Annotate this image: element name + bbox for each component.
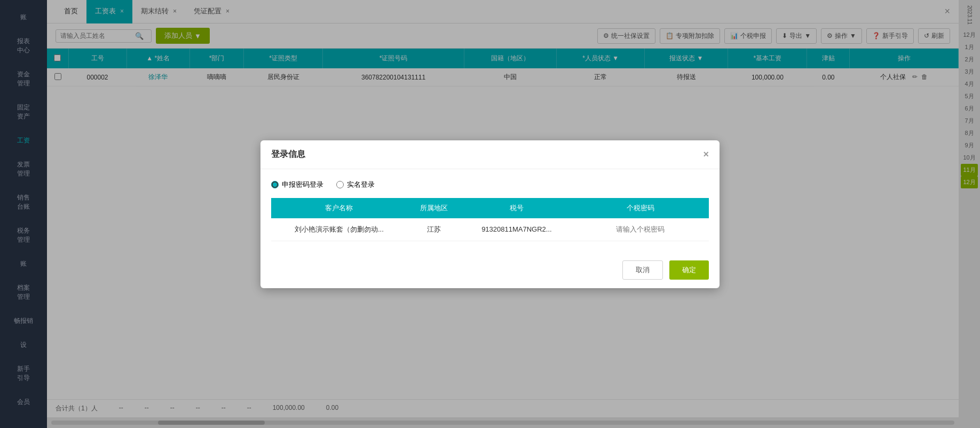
login-info-modal: 登录信息 × 申报密码登录 实名登录 客户名称 所属地区 [260,140,720,288]
modal-close-button[interactable]: × [703,149,709,160]
login-table-row: 刘小艳演示账套（勿删勿动... 江苏 91320811MA7NGR2... [271,218,709,241]
cancel-button[interactable]: 取消 [622,260,663,280]
modal-overlay: 登录信息 × 申报密码登录 实名登录 客户名称 所属地区 [0,0,980,428]
radio-realname-label: 实名登录 [347,180,375,189]
col-tax-password: 个税密码 [572,198,709,218]
radio-realname-input[interactable] [336,181,344,188]
confirm-button[interactable]: 确定 [669,260,709,280]
modal-footer: 取消 确定 [260,252,720,288]
modal-header: 登录信息 × [260,140,720,169]
modal-body: 申报密码登录 实名登录 客户名称 所属地区 税号 个税密码 [260,169,720,252]
radio-group: 申报密码登录 实名登录 [271,180,709,189]
col-client-name: 客户名称 [271,198,407,218]
radio-password-input[interactable] [271,181,279,188]
modal-title: 登录信息 [271,149,305,160]
password-cell[interactable] [572,218,709,241]
radio-password-login[interactable]: 申报密码登录 [271,180,323,189]
login-table: 客户名称 所属地区 税号 个税密码 刘小艳演示账套（勿删勿动... 江苏 913… [271,198,709,241]
radio-password-label: 申报密码登录 [282,180,323,189]
client-name-cell: 刘小艳演示账套（勿删勿动... [271,218,407,241]
col-tax-no: 税号 [461,198,572,218]
tax-password-input[interactable] [579,225,702,233]
radio-realname-login[interactable]: 实名登录 [336,180,375,189]
region-cell: 江苏 [407,218,461,241]
tax-no-cell: 91320811MA7NGR2... [461,218,572,241]
col-region: 所属地区 [407,198,461,218]
